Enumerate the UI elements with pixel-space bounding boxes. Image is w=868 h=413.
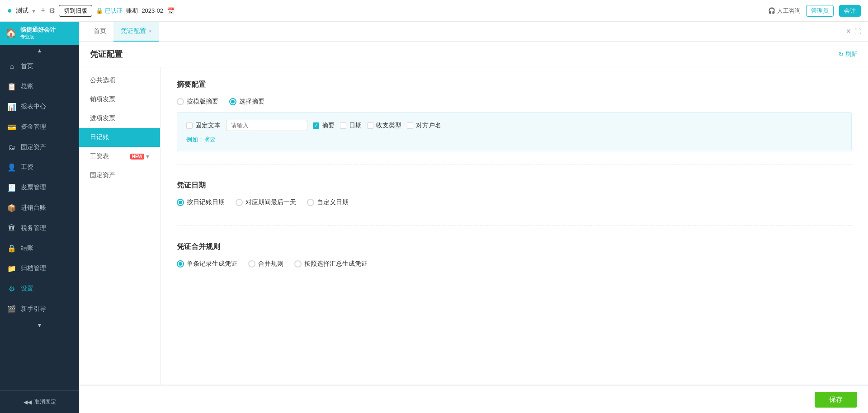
left-nav-item-journal[interactable]: 日记账 [79, 128, 160, 147]
sidebar-scroll-up[interactable]: ▲ [0, 45, 79, 56]
section-title-date: 凭证日期 [177, 181, 852, 190]
company-chevron[interactable]: ▾ [32, 7, 35, 14]
calendar-icon[interactable]: 📅 [167, 7, 175, 14]
content-area: 首页 凭证配置 × × ⛶ 凭证配置 ↻ 刷新 [79, 22, 868, 413]
switch-old-btn[interactable]: 切到旧版 [59, 5, 92, 17]
checkbox-fixed-text[interactable]: 固定文本 [186, 122, 221, 130]
summary-example: 例如：摘要 [186, 136, 842, 144]
logo-name: 畅捷通好会计 [20, 26, 56, 34]
accountant-btn[interactable]: 会计 [839, 5, 861, 17]
logo-sub: 专业版 [20, 34, 56, 40]
checkbox-date[interactable]: 日期 [340, 122, 362, 130]
archive-icon: 📁 [7, 264, 16, 273]
sidebar: 🏠 畅捷通好会计 专业版 ▲ ⌂ 首页 📋 总账 📊 报表中心 💳 资金管理 🗂… [0, 22, 79, 413]
page-content: 凭证配置 ↻ 刷新 公共选项 销项发票 进项发票 [79, 42, 868, 386]
checkbox-box-income-type [367, 122, 373, 129]
radio-merge[interactable]: 合并规则 [248, 260, 283, 268]
tab-home[interactable]: 首页 [86, 22, 113, 42]
radio-period-last[interactable]: 对应期间最后一天 [236, 198, 296, 206]
gear-icon[interactable]: ⚙ [49, 6, 55, 15]
period-label: 账期 [126, 7, 138, 15]
sidebar-item-label: 首页 [21, 62, 33, 70]
left-nav-label: 固定资产 [90, 171, 115, 178]
radio-journal-date[interactable]: 按日记账日期 [177, 198, 225, 206]
sidebar-item-guide[interactable]: 🎬 新手引导 [0, 299, 79, 319]
sidebar-item-label: 资金管理 [21, 123, 46, 131]
checkbox-label: 固定文本 [195, 122, 221, 130]
sidebar-scroll-down[interactable]: ▼ [0, 319, 79, 331]
tab-close-icon[interactable]: × [149, 28, 152, 34]
sidebar-item-ledger[interactable]: 📋 总账 [0, 76, 79, 97]
radio-custom-date[interactable]: 自定义日期 [307, 198, 349, 206]
left-nav-item-purchase-invoice[interactable]: 进项发票 [79, 109, 160, 128]
left-nav-item-public[interactable]: 公共选项 [79, 71, 160, 90]
sidebar-item-fund[interactable]: 💳 资金管理 [0, 117, 79, 137]
tab-actions: × ⛶ [846, 27, 861, 36]
sidebar-item-invoice[interactable]: 🧾 发票管理 [0, 178, 79, 198]
sidebar-item-label: 归档管理 [21, 264, 46, 272]
sidebar-item-close[interactable]: 🔒 结账 [0, 238, 79, 258]
left-nav-item-payroll[interactable]: 工资表 NEW ▾ [79, 147, 160, 166]
ledger-icon: 📋 [7, 82, 16, 91]
cancel-fixed-btn[interactable]: ◀◀ 取消固定 [0, 394, 79, 409]
sidebar-item-archive[interactable]: 📁 归档管理 [0, 258, 79, 279]
radio-label: 合并规则 [258, 260, 283, 268]
radio-label: 选择摘要 [239, 98, 264, 106]
topbar: ● 测试 ▾ + ⚙ 切到旧版 🔒 已认证 账期 2023-02 📅 🎧 人工咨… [0, 0, 868, 22]
fullscreen-icon[interactable]: ⛶ [854, 28, 861, 35]
radio-label: 单条记录生成凭证 [187, 260, 237, 268]
left-nav-item-sales-invoice[interactable]: 销项发票 [79, 90, 160, 109]
tab-voucher-config[interactable]: 凭证配置 × [113, 22, 159, 42]
fixed-text-input[interactable] [226, 120, 307, 131]
sidebar-item-wage[interactable]: 👤 工资 [0, 157, 79, 178]
section-title-merge: 凭证合并规则 [177, 242, 852, 252]
certified-icon: 🔒 [96, 7, 103, 14]
fund-icon: 💳 [7, 123, 16, 131]
checkbox-label: 摘要 [322, 122, 335, 130]
date-radio-group: 按日记账日期 对应期间最后一天 自定义日期 [177, 198, 852, 206]
radio-template[interactable]: 按模版摘要 [177, 98, 218, 106]
left-nav-label: 销项发票 [90, 95, 115, 103]
certified-label: 已认证 [105, 7, 123, 15]
sidebar-item-label: 税务管理 [21, 224, 46, 232]
close-icon: 🔒 [7, 244, 16, 253]
sidebar-item-report[interactable]: 📊 报表中心 [0, 97, 79, 117]
tab-close-btn[interactable]: × [846, 27, 851, 36]
admin-btn[interactable]: 管理员 [806, 5, 834, 17]
radio-summary-generate[interactable]: 按照选择汇总生成凭证 [294, 260, 368, 268]
asset-icon: 🗂 [7, 143, 16, 151]
topbar-right: 🎧 人工咨询 管理员 会计 [768, 5, 861, 17]
radio-label: 按日记账日期 [187, 198, 225, 206]
trade-icon: 📦 [7, 204, 16, 212]
checkbox-summary[interactable]: 摘要 [313, 122, 335, 130]
sidebar-item-label: 发票管理 [21, 183, 46, 192]
checkbox-income-type[interactable]: 收支类型 [367, 122, 401, 130]
sidebar-item-trade[interactable]: 📦 进销台账 [0, 198, 79, 218]
radio-circle-custom-date [307, 199, 314, 206]
home-icon: ⌂ [7, 62, 16, 70]
radio-select[interactable]: 选择摘要 [229, 98, 264, 106]
radio-single[interactable]: 单条记录生成凭证 [177, 260, 237, 268]
sidebar-item-label: 固定资产 [21, 143, 46, 151]
sidebar-item-tax[interactable]: 🏛 税务管理 [0, 218, 79, 238]
report-icon: 📊 [7, 103, 16, 111]
save-button[interactable]: 保存 [815, 392, 857, 408]
tab-home-label: 首页 [94, 27, 106, 35]
left-nav-label: 进项发票 [90, 114, 115, 122]
sidebar-item-label: 进销台账 [21, 204, 46, 212]
refresh-btn[interactable]: ↻ 刷新 [839, 50, 857, 58]
save-bar: 保存 [79, 386, 868, 413]
left-nav-item-fixed-asset[interactable]: 固定资产 [79, 166, 160, 185]
sidebar-item-home[interactable]: ⌂ 首页 [0, 56, 79, 76]
logo-icon: 🏠 [5, 28, 17, 38]
sidebar-item-settings[interactable]: ⚙ 设置 [0, 279, 79, 299]
service-btn[interactable]: 🎧 人工咨询 [768, 7, 801, 15]
summary-config-box: 固定文本 摘要 日期 [177, 112, 852, 151]
left-nav-label: 工资表 [90, 152, 109, 160]
sidebar-item-asset[interactable]: 🗂 固定资产 [0, 137, 79, 157]
cancel-fixed-label: 取消固定 [34, 398, 56, 406]
add-button[interactable]: + [41, 6, 46, 15]
new-badge: NEW [130, 154, 144, 160]
checkbox-counterpart[interactable]: 对方户名 [407, 122, 441, 130]
page-title: 凭证配置 [90, 49, 123, 60]
